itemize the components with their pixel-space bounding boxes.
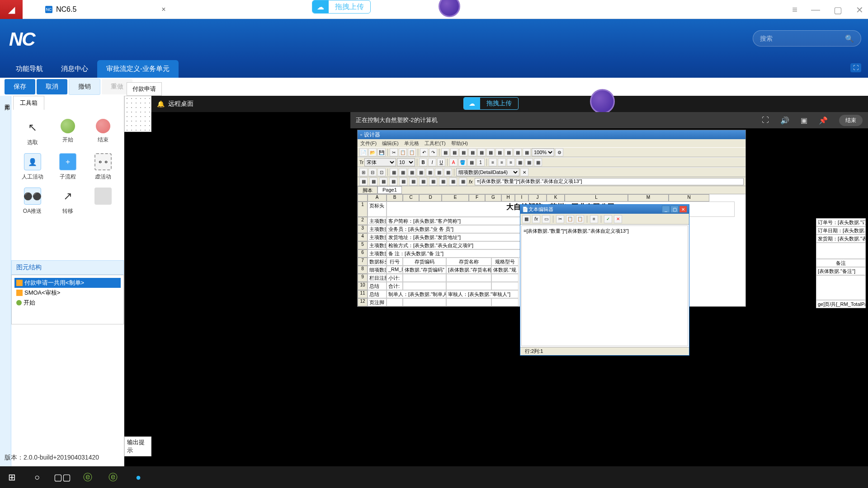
designer-titlebar[interactable]: ▫ 设计器 [358,130,745,139]
menu-help[interactable]: 帮助(H) [451,140,468,146]
maximize-icon[interactable]: ▢ [670,206,679,213]
tb-icon[interactable]: ▦ [426,168,434,176]
tb-icon[interactable]: ▦ [486,148,495,156]
align-left-icon[interactable]: ≡ [489,158,497,166]
minimize-icon[interactable]: — [811,5,820,15]
tb-icon[interactable]: ▦ [477,148,486,156]
taskview-icon[interactable]: ▢▢ [54,469,71,485]
tb-icon[interactable]: ▦ [390,168,398,176]
tb-icon[interactable]: ▦ [435,168,443,176]
upload-pill-remote[interactable]: ☁ 拖拽上传 [463,97,519,110]
close-icon[interactable]: ✕ [679,206,687,213]
browser-icon-2[interactable]: ⓔ [105,469,121,485]
tool-grey[interactable] [89,188,117,215]
tool-select[interactable]: ↖ 选取 [18,119,47,146]
purple-orb-icon[interactable] [590,89,615,114]
copy-icon[interactable]: 📋 [399,148,407,156]
tb-icon[interactable]: ▦ [522,215,530,223]
app-icon[interactable]: ● [130,469,146,485]
tb-icon[interactable]: 1 [476,158,485,166]
pin-icon[interactable]: 📌 [819,116,828,125]
tb-icon[interactable]: ▦ [409,178,417,186]
tb-icon[interactable]: ▦ [523,148,531,156]
tb-icon[interactable]: ▦ [495,148,504,156]
tab-page1[interactable]: Page1 [377,186,402,194]
tb-icon[interactable]: ▦ [429,178,437,186]
paste-icon[interactable]: 📋 [408,148,416,156]
color-icon[interactable]: A [449,158,458,166]
screen-icon[interactable]: ▣ [801,116,807,125]
tb-icon[interactable]: ▦ [359,178,368,186]
tool-transfer[interactable]: ↗ 转移 [53,188,82,215]
tb-icon[interactable]: ▦ [399,178,407,186]
list-icon[interactable]: ≡ [590,215,598,223]
tb-icon[interactable]: ▭ [542,215,550,223]
tb-icon[interactable]: ▦ [516,158,524,166]
tab-nav[interactable]: 功能导航 [7,60,52,78]
tb-icon[interactable]: ▦ [379,178,387,186]
browser-icon[interactable]: ⓔ [80,469,96,485]
search-icon[interactable]: 🔍 [845,34,854,43]
undo-button[interactable]: 撤销 [69,79,100,95]
tab-script[interactable]: 脚本 [358,186,377,194]
fx-icon[interactable]: fx [532,215,540,223]
underline-icon[interactable]: U [437,158,445,166]
minimize-icon[interactable]: _ [662,206,670,213]
tb-icon[interactable]: ▦ [468,148,476,156]
tool-oa[interactable]: ⚫⚫ OA推送 [18,188,47,215]
cut-icon[interactable]: ✂ [556,215,564,223]
save-button[interactable]: 保存 [5,79,35,94]
tb-icon[interactable]: ▦ [459,148,467,156]
tool-end[interactable]: 结束 [89,119,117,146]
tb-icon[interactable]: ▦ [439,178,447,186]
tb-icon[interactable]: ▦ [389,178,397,186]
search-box[interactable]: 🔍 [753,30,861,47]
end-button[interactable]: 结束 [839,115,863,126]
tb-icon[interactable]: ⚙ [555,148,563,156]
cancel-icon[interactable]: ✕ [614,215,622,223]
tb-icon[interactable]: ⊡ [377,168,386,176]
tb-icon[interactable]: ▦ [449,178,457,186]
fill-icon[interactable]: 🪣 [458,158,467,166]
align-right-icon[interactable]: ≡ [507,158,515,166]
tb-icon[interactable]: ▦ [419,178,427,186]
datasource-select[interactable]: 细项数据(DetailData4) [456,168,519,176]
output-hint[interactable]: 输出提示 [124,436,151,456]
start-icon[interactable]: ⊞ [4,469,20,485]
tab-close-icon[interactable]: × [161,5,165,14]
new-icon[interactable]: 📄 [359,148,368,156]
redo-icon[interactable]: ↷ [429,148,437,156]
tb-icon[interactable]: ▦ [399,168,407,176]
tree-item-2[interactable]: SMOA<审核> [14,288,121,298]
ok-icon[interactable]: ✓ [604,215,612,223]
tool-virtual[interactable]: ⚬⚬ 虚活动 [89,153,117,181]
tab-workflow[interactable]: 审批流定义-业务单元 [97,60,179,78]
formula-input[interactable] [475,178,744,185]
dot-canvas[interactable] [124,96,151,132]
menu-file[interactable]: 文件(F) [360,140,377,146]
cortana-icon[interactable]: ○ [29,469,45,485]
tb-icon[interactable]: ⊞ [359,168,368,176]
tb-icon[interactable]: ⊟ [368,168,377,176]
open-icon[interactable]: 📂 [368,148,377,156]
tb-icon[interactable]: ▦ [534,158,542,166]
search-input[interactable] [760,35,845,42]
bold-icon[interactable]: B [419,158,427,166]
tb-icon[interactable]: ▦ [369,178,377,186]
upload-pill[interactable]: ☁ 拖拽上传 [312,0,371,14]
undo-icon[interactable]: ↶ [420,148,428,156]
te-titlebar[interactable]: 📄 文本编辑器 _ ▢ ✕ [520,205,689,214]
te-textarea[interactable]: =[表体数据."数量"]*[表体数据."表体自定义项13"] [521,225,688,346]
save-icon[interactable]: 💾 [377,148,386,156]
canvas-tab[interactable]: 付款申请 [127,82,162,96]
maximize-icon[interactable]: ▢ [834,5,842,15]
browser-tab[interactable]: NC NC6.5 × [36,2,175,17]
tb-icon[interactable]: ✕ [520,168,528,176]
sound-icon[interactable]: 🔊 [780,116,789,125]
tree-item-3[interactable]: 开始 [14,298,121,308]
tb-icon[interactable]: ▦ [417,168,425,176]
paste-icon[interactable]: 📋 [576,215,584,223]
menu-icon[interactable]: ≡ [792,5,797,15]
tree-body[interactable]: 付款申请一共用<制单> SMOA<审核> 开始 [11,275,124,324]
tb-icon[interactable]: ▦ [408,168,416,176]
